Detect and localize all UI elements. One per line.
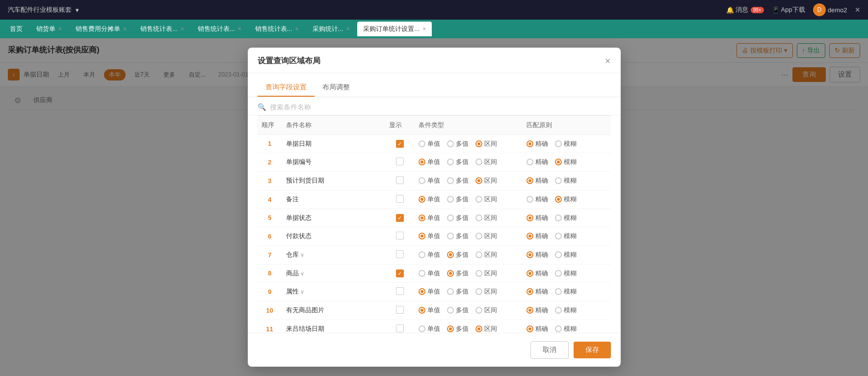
tab-5[interactable]: 销售统计表... ×: [249, 22, 305, 36]
match-radio-0-1[interactable]: 模糊: [555, 139, 577, 148]
type-radio-9-2[interactable]: 区间: [475, 306, 497, 315]
type-radio-2-0[interactable]: 单值: [419, 176, 440, 185]
tab-4-close[interactable]: ×: [238, 26, 241, 32]
type-radio-7-1[interactable]: 多值: [447, 269, 469, 278]
tab-purchase-order[interactable]: 采购订单统计设置... ×: [357, 22, 432, 36]
row-show-3: [385, 190, 415, 209]
row-type-9: 单值多值区间: [415, 301, 523, 320]
show-checkbox-3[interactable]: [396, 195, 404, 203]
match-radio-7-0[interactable]: 精确: [526, 269, 548, 278]
type-radio-3-2[interactable]: 区间: [475, 195, 497, 204]
type-radio-8-2[interactable]: 区间: [475, 287, 497, 296]
tab-4[interactable]: 销售统计表... ×: [192, 22, 247, 36]
match-radio-10-0[interactable]: 精确: [526, 324, 548, 333]
modal-close-btn[interactable]: ×: [605, 55, 611, 67]
tab-fields[interactable]: 查询字段设置: [258, 79, 315, 97]
tab-4-label: 销售统计表...: [198, 25, 235, 33]
show-checkbox-10[interactable]: [396, 324, 404, 332]
tab-sales-close[interactable]: ×: [58, 26, 62, 32]
match-radio-5-0[interactable]: 精确: [526, 232, 548, 241]
show-checkbox-5[interactable]: [396, 232, 404, 240]
tab-layout[interactable]: 布局调整: [315, 79, 358, 97]
type-radio-8-0[interactable]: 单值: [419, 287, 440, 296]
type-radio-6-0[interactable]: 单值: [419, 250, 440, 259]
type-radio-4-2[interactable]: 区间: [475, 214, 497, 222]
match-radio-1-0[interactable]: 精确: [526, 158, 548, 166]
match-radio-9-0[interactable]: 精确: [526, 306, 548, 315]
type-radio-4-0[interactable]: 单值: [419, 214, 440, 222]
user-info[interactable]: D demo2: [813, 3, 847, 16]
cancel-btn[interactable]: 取消: [530, 341, 569, 359]
tab-sales-expense[interactable]: 销售费用分摊单 ×: [70, 22, 132, 36]
search-input[interactable]: [270, 103, 611, 111]
show-checkbox-4[interactable]: [396, 214, 404, 222]
match-radio-9-1[interactable]: 模糊: [555, 306, 577, 315]
type-radio-3-0[interactable]: 单值: [419, 195, 440, 204]
type-radio-6-2[interactable]: 区间: [475, 250, 497, 259]
type-radio-0-2[interactable]: 区间: [475, 139, 497, 148]
match-radio-1-1[interactable]: 模糊: [555, 158, 577, 166]
match-radio-0-0[interactable]: 精确: [526, 139, 548, 148]
tab-6[interactable]: 采购统计... ×: [307, 22, 356, 36]
show-checkbox-0[interactable]: [396, 140, 404, 148]
app-download-btn[interactable]: 📱 App下载: [772, 5, 805, 14]
match-radio-8-1[interactable]: 模糊: [555, 287, 577, 296]
match-radio-10-1[interactable]: 模糊: [555, 324, 577, 333]
show-checkbox-2[interactable]: [396, 176, 404, 184]
show-checkbox-8[interactable]: [396, 287, 404, 295]
row-match-2: 精确模糊: [523, 171, 611, 190]
type-radio-5-2[interactable]: 区间: [475, 232, 497, 241]
tab-3-close[interactable]: ×: [181, 26, 184, 32]
tab-3[interactable]: 销售统计表... ×: [134, 22, 190, 36]
type-radio-10-1[interactable]: 多值: [447, 324, 469, 333]
match-radio-2-0[interactable]: 精确: [526, 176, 548, 185]
match-radio-6-0[interactable]: 精确: [526, 250, 548, 259]
tab-5-close[interactable]: ×: [295, 26, 299, 32]
show-checkbox-7[interactable]: [396, 269, 404, 277]
tab-home[interactable]: 首页: [4, 22, 28, 36]
type-radio-9-1[interactable]: 多值: [447, 306, 469, 315]
top-close-btn[interactable]: ×: [855, 5, 860, 15]
type-radio-1-2[interactable]: 区间: [475, 158, 497, 166]
notification-btn[interactable]: 🔔 消息 99+: [726, 5, 764, 14]
row-order-0: 1: [258, 134, 282, 153]
tab-purchase-order-close[interactable]: ×: [422, 26, 426, 32]
type-radio-7-0[interactable]: 单值: [419, 269, 440, 278]
type-radio-3-1[interactable]: 多值: [447, 195, 469, 204]
tab-sales-expense-close[interactable]: ×: [123, 26, 127, 32]
type-radio-2-2[interactable]: 区间: [475, 176, 497, 185]
type-radio-5-0[interactable]: 单值: [419, 232, 440, 241]
match-radio-3-0[interactable]: 精确: [526, 195, 548, 204]
type-radio-4-1[interactable]: 多值: [447, 214, 469, 222]
type-radio-0-1[interactable]: 多值: [447, 139, 469, 148]
match-radio-4-0[interactable]: 精确: [526, 214, 548, 222]
match-radio-6-1[interactable]: 模糊: [555, 250, 577, 259]
match-radio-8-0[interactable]: 精确: [526, 287, 548, 296]
type-radio-9-0[interactable]: 单值: [419, 306, 440, 315]
match-radio-3-1[interactable]: 模糊: [555, 195, 577, 204]
row-type-10: 单值多值区间: [415, 320, 523, 333]
tab-6-close[interactable]: ×: [346, 26, 349, 32]
type-radio-6-1[interactable]: 多值: [447, 250, 469, 259]
type-radio-8-1[interactable]: 多值: [447, 287, 469, 296]
match-radio-2-1[interactable]: 模糊: [555, 176, 577, 185]
save-btn[interactable]: 保存: [574, 342, 611, 358]
type-radio-2-1[interactable]: 多值: [447, 176, 469, 185]
table-header-row: 顺序 条件名称 显示 条件类型 匹配原则: [258, 116, 611, 135]
tab-sales[interactable]: 销货单 ×: [30, 22, 68, 36]
match-radio-7-1[interactable]: 模糊: [555, 269, 577, 278]
type-radio-1-1[interactable]: 多值: [447, 158, 469, 166]
app-name-area: 汽车配件行业模板账套 ▾: [8, 5, 79, 14]
show-checkbox-1[interactable]: [396, 158, 404, 165]
show-checkbox-9[interactable]: [396, 306, 404, 314]
type-radio-0-0[interactable]: 单值: [419, 139, 440, 148]
type-radio-10-0[interactable]: 单值: [419, 324, 440, 333]
match-radio-4-1[interactable]: 模糊: [555, 214, 577, 222]
type-radio-5-1[interactable]: 多值: [447, 232, 469, 241]
match-radio-5-1[interactable]: 模糊: [555, 232, 577, 241]
type-radio-10-2[interactable]: 区间: [475, 324, 497, 333]
type-radio-1-0[interactable]: 单值: [419, 158, 440, 166]
modal-footer: 取消 保存: [248, 333, 621, 367]
type-radio-7-2[interactable]: 区间: [475, 269, 497, 278]
show-checkbox-6[interactable]: [396, 250, 404, 258]
